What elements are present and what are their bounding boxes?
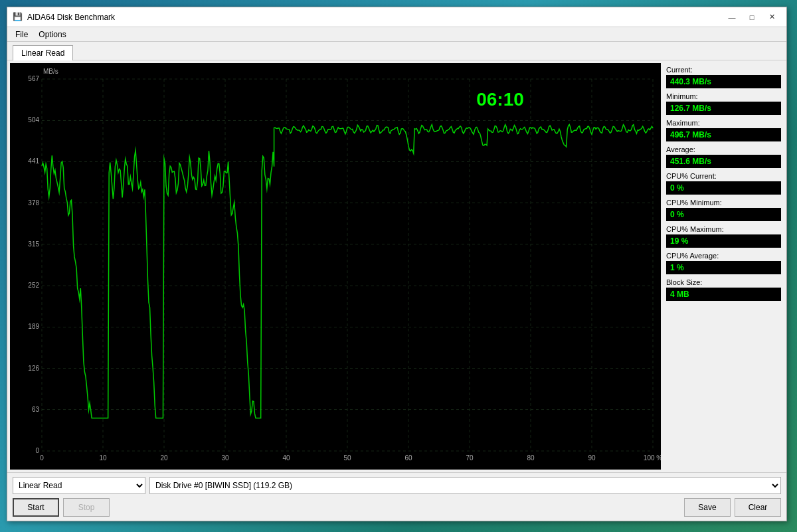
- stat-cpu-minimum: CPU% Minimum: 0 %: [666, 199, 781, 221]
- cpu-maximum-value: 19 %: [666, 234, 781, 248]
- stat-block-size: Block Size: 4 MB: [666, 278, 781, 301]
- tab-linear-read[interactable]: Linear Read: [13, 45, 73, 60]
- menu-bar: File Options: [7, 27, 786, 42]
- cpu-current-value: 0 %: [666, 181, 781, 195]
- tab-area: Linear Read: [7, 42, 786, 60]
- chart-container: [7, 60, 664, 472]
- cpu-average-label: CPU% Average:: [666, 252, 781, 260]
- minimum-value: 126.7 MB/s: [666, 102, 781, 115]
- controls-row1: Linear Read Linear Write Random Read Ran…: [13, 477, 781, 494]
- stats-panel: Current: 440.3 MB/s Minimum: 126.7 MB/s …: [664, 60, 786, 472]
- test-select[interactable]: Linear Read Linear Write Random Read Ran…: [13, 477, 145, 494]
- restore-button[interactable]: □: [743, 10, 761, 25]
- block-size-value: 4 MB: [666, 288, 781, 301]
- chart-area: [10, 63, 661, 470]
- cpu-maximum-label: CPU% Maximum:: [666, 225, 781, 233]
- benchmark-chart: [10, 63, 661, 470]
- start-button[interactable]: Start: [13, 498, 59, 517]
- stat-minimum: Minimum: 126.7 MB/s: [666, 92, 781, 115]
- cpu-average-value: 1 %: [666, 261, 781, 274]
- window-controls: — □ ✕: [723, 10, 781, 25]
- current-label: Current:: [666, 66, 781, 74]
- average-value: 451.6 MB/s: [666, 155, 781, 168]
- main-content: Current: 440.3 MB/s Minimum: 126.7 MB/s …: [7, 60, 786, 472]
- main-window: 💾 AIDA64 Disk Benchmark — □ ✕ File Optio…: [7, 7, 787, 521]
- app-icon: 💾: [13, 12, 23, 23]
- menu-file[interactable]: File: [10, 29, 33, 41]
- average-label: Average:: [666, 145, 781, 153]
- stat-cpu-maximum: CPU% Maximum: 19 %: [666, 225, 781, 248]
- maximum-label: Maximum:: [666, 119, 781, 127]
- controls-row2: Start Stop Save Clear: [13, 498, 781, 517]
- stop-button[interactable]: Stop: [63, 498, 110, 517]
- stat-average: Average: 451.6 MB/s: [666, 145, 781, 168]
- stat-cpu-average: CPU% Average: 1 %: [666, 252, 781, 274]
- drive-select[interactable]: Disk Drive #0 [BIWIN SSD] (119.2 GB): [149, 477, 781, 494]
- stat-current: Current: 440.3 MB/s: [666, 66, 781, 88]
- bottom-controls: Linear Read Linear Write Random Read Ran…: [7, 472, 786, 521]
- cpu-current-label: CPU% Current:: [666, 172, 781, 180]
- save-button[interactable]: Save: [684, 498, 731, 517]
- menu-options[interactable]: Options: [33, 29, 71, 41]
- stat-cpu-current: CPU% Current: 0 %: [666, 172, 781, 195]
- current-value: 440.3 MB/s: [666, 75, 781, 88]
- close-button[interactable]: ✕: [762, 10, 781, 25]
- cpu-minimum-label: CPU% Minimum:: [666, 199, 781, 207]
- minimize-button[interactable]: —: [723, 10, 741, 25]
- clear-button[interactable]: Clear: [735, 498, 781, 517]
- window-title: AIDA64 Disk Benchmark: [27, 13, 723, 22]
- minimum-label: Minimum:: [666, 92, 781, 100]
- cpu-minimum-value: 0 %: [666, 208, 781, 221]
- block-size-label: Block Size:: [666, 278, 781, 286]
- stat-maximum: Maximum: 496.7 MB/s: [666, 119, 781, 141]
- maximum-value: 496.7 MB/s: [666, 128, 781, 141]
- title-bar: 💾 AIDA64 Disk Benchmark — □ ✕: [7, 7, 786, 27]
